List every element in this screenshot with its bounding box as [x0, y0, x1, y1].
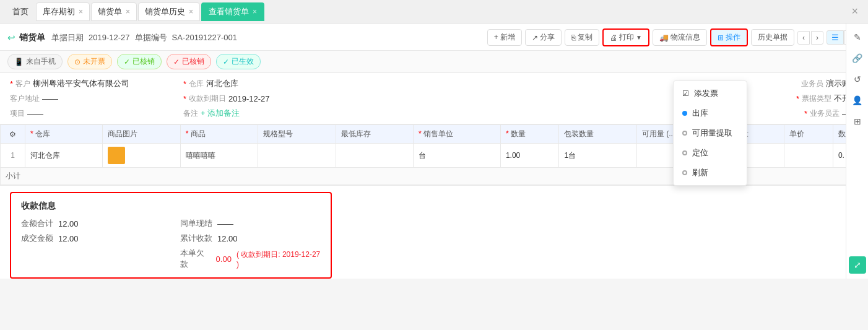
- operate-icon: ⊞: [718, 33, 724, 42]
- col-sales-unit: * 销售单位: [414, 125, 501, 144]
- remark-label: 备注: [183, 108, 198, 119]
- table-icon[interactable]: ⊞: [849, 113, 866, 130]
- current-due-row: 本单欠款 0.00 ( 收款到期日: 2019-12-27 ): [180, 248, 321, 270]
- transaction-label: 成交金额: [21, 233, 53, 244]
- tab-sales-order[interactable]: 销货单 ×: [91, 2, 137, 21]
- verified-btn[interactable]: ✓ 已核销: [117, 54, 162, 69]
- main-content: ↩ 销货单 单据日期 2019-12-27 单据编号 SA-20191227-0…: [0, 24, 868, 279]
- doc-type-area: ↩ 销货单: [7, 32, 45, 43]
- number-label: 单据编号: [135, 32, 167, 43]
- warehouse-req-mark: *: [183, 79, 186, 89]
- current-due-value: 0.00: [216, 254, 232, 264]
- check-icon: ✓: [124, 58, 130, 66]
- tab-sales-history[interactable]: 销货单历史 ×: [138, 2, 200, 21]
- row-pack-qty: 1台: [559, 144, 636, 168]
- sales-staff-label: 业务员盂: [810, 108, 840, 119]
- toolbar: + 新增 ↗ 分享 ⎘ 复制 🖨 打印 ▼ 🚚 物流信息 ⊞ 操作: [487, 28, 861, 46]
- payment-title: 收款信息: [21, 201, 321, 212]
- edit-icon[interactable]: ✎: [849, 28, 866, 46]
- phone-icon: 📱: [14, 58, 24, 66]
- history-button[interactable]: 历史单据: [751, 29, 794, 46]
- add-remark-btn[interactable]: + 添加备注: [201, 108, 240, 119]
- date-label: 单据日期: [51, 32, 84, 43]
- next-button[interactable]: ›: [811, 31, 823, 45]
- remark-field: 备注 + 添加备注: [183, 108, 307, 119]
- cumulative-payment-row: 累计收款 12.00: [180, 233, 321, 244]
- cumulative-value: 12.00: [217, 234, 238, 243]
- menu-item-outbound[interactable]: 出库: [674, 103, 747, 123]
- print-button[interactable]: 🖨 打印 ▼: [602, 28, 649, 46]
- menu-item-refresh[interactable]: 刷新: [674, 163, 747, 183]
- amount-total-row: 金额合计 12.00: [21, 218, 162, 229]
- tab-close-view[interactable]: ×: [253, 7, 257, 16]
- payment-grid: 金额合计 12.00 同单现结 —— 成交金额 12.00 累计收款 12.00…: [21, 218, 321, 270]
- address-label: 客户地址: [10, 93, 40, 104]
- customer-field: * 客户 柳州粤港平安气体有限公司: [10, 78, 158, 89]
- transaction-amount-row: 成交金额 12.00: [21, 233, 162, 244]
- window-close-button[interactable]: ×: [846, 5, 863, 18]
- operate-button[interactable]: ⊞ 操作: [710, 28, 748, 46]
- doc-type-label: 销货单: [19, 32, 45, 43]
- share-icon: ↗: [532, 33, 538, 42]
- col-min-stock: 最低库存: [336, 125, 413, 144]
- tab-close-sales[interactable]: ×: [126, 7, 130, 16]
- warehouse-field: * 仓库 河北仓库: [183, 78, 307, 89]
- tab-view-sales[interactable]: 查看销货单 ×: [201, 2, 264, 21]
- customer-value: 柳州粤港平安气体有限公司: [33, 78, 129, 89]
- logistics-button[interactable]: 🚚 物流信息: [653, 29, 707, 46]
- menu-item-add-invoice[interactable]: ☑ 添发票: [674, 84, 747, 103]
- logistics-icon: 🚚: [659, 33, 669, 42]
- status-bar: 📱 来自手机 ⊙ 未开票 ✓ 已核销 ✓ 已核销 ✓ 已生效: [0, 51, 868, 73]
- payment-date-label: 收款到期日: [189, 93, 226, 104]
- warehouse-value: 河北仓库: [206, 78, 238, 89]
- not-open-btn[interactable]: ⊙ 未开票: [67, 54, 112, 69]
- right-sidebar: ✎ 🔗 ↺ 👤 ⊞ ⤢: [846, 24, 868, 279]
- sync-icon[interactable]: ↺: [849, 71, 866, 88]
- sales-order-icon: ↩: [7, 32, 15, 43]
- available-dot-icon: [682, 131, 687, 136]
- col-product: * 商品: [180, 125, 258, 144]
- sales-staff-req-mark: *: [804, 109, 807, 118]
- sold-btn[interactable]: ✓ 已核销: [167, 54, 211, 69]
- project-label: 项目: [10, 108, 25, 119]
- same-order-value: ——: [217, 219, 233, 228]
- nav-arrows: ‹ ›: [797, 31, 823, 45]
- project-field: 项目 ——: [10, 108, 158, 119]
- copy-icon: ⎘: [571, 33, 576, 42]
- menu-item-locate[interactable]: 定位: [674, 143, 747, 163]
- date-value: 2019-12-27: [89, 33, 130, 42]
- dropdown-menu: ☑ 添发票 出库 可用量提取 定位 刷新: [673, 80, 747, 186]
- menu-item-available-extract[interactable]: 可用量提取: [674, 123, 747, 143]
- link-icon[interactable]: 🔗: [849, 50, 866, 67]
- row-unit-price: [784, 144, 833, 168]
- effect-btn[interactable]: ✓ 已生效: [216, 54, 261, 69]
- payment-req-mark: *: [183, 94, 186, 103]
- customer-label: 客户: [15, 79, 30, 89]
- col-spec: 规格型号: [258, 125, 336, 144]
- row-warehouse: 河北仓库: [25, 144, 103, 168]
- col-pack-qty: 包装数量: [559, 125, 636, 144]
- tab-inventory-init[interactable]: 库存期初 ×: [36, 2, 90, 21]
- prev-button[interactable]: ‹: [797, 31, 810, 45]
- doc-header: ↩ 销货单 单据日期 2019-12-27 单据编号 SA-20191227-0…: [0, 24, 868, 51]
- tab-home[interactable]: 首页: [5, 2, 36, 21]
- locate-dot-icon: [682, 150, 687, 155]
- amount-total-label: 金额合计: [21, 218, 53, 229]
- new-button[interactable]: + 新增: [487, 29, 522, 46]
- doc-meta: 单据日期 2019-12-27 单据编号 SA-20191227-001: [51, 32, 237, 43]
- current-due-label: 本单欠款: [180, 248, 211, 270]
- user-icon[interactable]: 👤: [849, 92, 866, 109]
- tab-close-history[interactable]: ×: [189, 7, 193, 16]
- row-product: 嘻嘻嘻嘻: [180, 144, 258, 168]
- list-view-button[interactable]: ☰: [827, 30, 844, 45]
- copy-button[interactable]: ⎘ 复制: [565, 29, 599, 46]
- tab-close-inventory[interactable]: ×: [79, 7, 83, 16]
- same-order-settle-row: 同单现结 ——: [180, 218, 321, 229]
- refresh-dot-icon: [682, 170, 687, 175]
- from-phone-btn[interactable]: 📱 来自手机: [7, 54, 63, 69]
- address-field: 客户地址 ——: [10, 93, 158, 104]
- expand-icon[interactable]: ⤢: [849, 256, 866, 274]
- share-button[interactable]: ↗ 分享: [525, 29, 562, 46]
- warehouse-label: 仓库: [189, 79, 204, 89]
- cumulative-label: 累计收款: [180, 233, 212, 244]
